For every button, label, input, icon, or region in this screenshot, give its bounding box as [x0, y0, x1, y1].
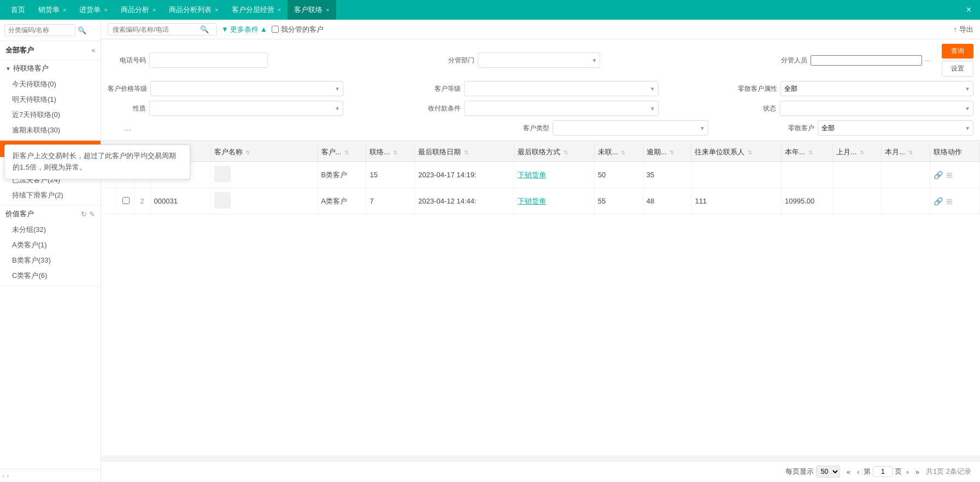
nav-next-button[interactable]: › — [904, 467, 911, 477]
filter-search-icon[interactable]: 🔍 — [200, 25, 209, 33]
sort-this-month-icon: ⇅ — [908, 149, 913, 155]
sidebar-collapse-button[interactable]: « — [91, 47, 95, 54]
filter-search-input[interactable] — [113, 26, 200, 33]
row1-last-method: 下销货单 — [514, 162, 594, 188]
col-header-uncontacted[interactable]: 未联... ⇅ — [594, 143, 643, 162]
more-conditions-button[interactable]: ▼ 更多条件 ▲ — [221, 25, 267, 34]
nav-customer-tier[interactable]: 客户分层经营 × — [225, 0, 287, 20]
filter-dept-select[interactable] — [478, 53, 600, 68]
sidebar-item-7day-contact[interactable]: 近7天待联络(0) — [0, 107, 101, 123]
filter-customer-type-select[interactable] — [553, 120, 708, 136]
filter-price-level-label: 客户价格等级 — [108, 84, 147, 94]
filter-phone-input[interactable] — [149, 53, 268, 68]
sidebar-nav-left-icon[interactable]: ‹ — [2, 472, 4, 480]
nav-prev-button[interactable]: ‹ — [855, 467, 861, 477]
filter-manager-label: 分管人员 — [769, 56, 807, 65]
nav-purchase-order[interactable]: 进货单 × — [73, 0, 114, 20]
nav-home[interactable]: 首页 — [4, 0, 32, 20]
sidebar-item-class-c[interactable]: C类客户(6) — [0, 268, 101, 283]
filter-customer-level-select[interactable] — [464, 81, 658, 96]
row1-link-icon[interactable]: 🔗 — [934, 171, 943, 179]
filter-status-select[interactable] — [779, 101, 973, 116]
tooltip-box: 距客户上次交易时长，超过了此客户的平均交易周期的1.5倍，则视为异常。 — [101, 144, 190, 179]
close-customer-tier-icon[interactable]: × — [278, 7, 281, 13]
edit-icon[interactable]: ✎ — [89, 210, 95, 218]
query-button[interactable]: 查询 — [942, 44, 973, 59]
col-header-last-contact-method[interactable]: 最后联络方式 ⇅ — [514, 143, 594, 162]
filter-icon: ▼ — [221, 25, 228, 33]
sidebar-search-input[interactable] — [4, 24, 75, 36]
row2-method-link[interactable]: 下销货单 — [518, 197, 546, 205]
col-header-name[interactable]: 客户名称 ⇅ — [210, 143, 318, 162]
settings-button[interactable]: 设置 — [942, 61, 973, 77]
status-select-wrapper: ▼ — [779, 101, 973, 116]
col-header-last-contact-date[interactable]: 最后联络日期 ⇅ — [415, 143, 514, 162]
filter-price-level-select[interactable] — [150, 81, 343, 96]
col-header-contact[interactable]: 联络... ⇅ — [366, 143, 415, 162]
sidebar-item-today-contact[interactable]: 今天待联络(0) — [0, 77, 101, 92]
sort-last-month-icon: ⇅ — [860, 149, 864, 155]
filter-search-box: 🔍 — [108, 23, 217, 36]
row1-overdue: 35 — [643, 162, 691, 188]
row1-grid-icon[interactable]: ⊞ — [946, 171, 953, 179]
col-header-last-month[interactable]: 上月... ⇅ — [833, 143, 882, 162]
table-row: 1 000039 B类客户 15 2023-04-17 14:19: 下销货单 … — [101, 162, 980, 188]
sidebar-item-overdue-contact[interactable]: 逾期未联络(30) — [0, 123, 101, 138]
row2-link-icon[interactable]: 🔗 — [934, 197, 943, 206]
filter-gender-select[interactable] — [149, 101, 343, 116]
nav-last-button[interactable]: » — [913, 467, 922, 477]
close-customer-contact-icon[interactable]: × — [326, 7, 329, 13]
row2-checkbox[interactable] — [122, 197, 130, 204]
manager-ellipsis-button[interactable]: ··· — [922, 56, 933, 65]
export-button[interactable]: ↑ 导出 — [954, 25, 974, 34]
sidebar-item-tomorrow-contact[interactable]: 明天待联络(1) — [0, 92, 101, 107]
advanced-filter-panel: 电话号码 分管部门 ▼ 分管人员 — [101, 39, 980, 141]
col-header-unit-contact[interactable]: 往来单位联系人 ⇅ — [691, 143, 782, 162]
sidebar-item-class-a[interactable]: A类客户(1) — [0, 237, 101, 253]
close-product-analysis-icon[interactable]: × — [152, 7, 156, 13]
close-purchase-order-icon[interactable]: × — [104, 7, 107, 13]
page-number-input[interactable] — [873, 466, 893, 477]
col-header-this-year[interactable]: 本年... ⇅ — [782, 143, 833, 162]
close-product-list-icon[interactable]: × — [215, 7, 218, 13]
per-page-select[interactable]: 50 — [816, 466, 840, 478]
row1-name — [210, 162, 318, 188]
nav-product-analysis-list[interactable]: 商品分析列表 × — [162, 0, 225, 20]
filter-payment-select[interactable] — [464, 101, 658, 116]
col-header-overdue[interactable]: 逾期... ⇅ — [643, 143, 691, 162]
sidebar-item-unclassified[interactable]: 未分组(32) — [0, 222, 101, 237]
pending-section-label: 待联络客户 — [13, 63, 49, 73]
sidebar-item-class-b[interactable]: B类客户(33) — [0, 253, 101, 268]
value-customer-group: 价值客户 ↻ ✎ 未分组(32) A类客户(1) B类客户(33) C类客户(6… — [0, 206, 101, 286]
row2-num: 2 — [134, 188, 150, 214]
row2-last-date: 2023-04-12 14:44: — [415, 188, 514, 214]
col-header-this-month[interactable]: 本月... ⇅ — [882, 143, 930, 162]
row2-check[interactable] — [118, 188, 134, 214]
filter-customer-type-field: 客户类型 ▼ — [511, 120, 708, 136]
sidebar-nav-right-icon[interactable]: › — [7, 472, 9, 480]
nav-product-analysis[interactable]: 商品分析 × — [114, 0, 162, 20]
horizontal-scrollbar[interactable] — [101, 455, 980, 461]
filter-manager-input[interactable] — [811, 55, 922, 66]
total-pages-label: 页 — [895, 467, 902, 477]
nav-customer-contact[interactable]: 客户联络 × — [287, 0, 336, 20]
filter-payment-field: 收付款条件 ▼ — [422, 101, 658, 116]
my-customers-checkbox[interactable] — [272, 26, 279, 33]
row2-grid-icon[interactable]: ⊞ — [946, 197, 953, 206]
sidebar-search-icon[interactable]: 🔍 — [78, 26, 86, 34]
row1-method-link[interactable]: 下销货单 — [518, 171, 546, 179]
filter-retail-customer-select[interactable]: 全部 — [818, 120, 973, 136]
nav-sales-order[interactable]: 销货单 × — [32, 0, 73, 20]
more-fields-button[interactable]: ... — [122, 123, 133, 133]
window-close-button[interactable]: × — [962, 5, 976, 15]
filter-retail-attr-select[interactable]: 全部 — [781, 81, 973, 96]
sort-name-icon: ⇅ — [245, 149, 250, 155]
refresh-icon[interactable]: ↻ — [81, 210, 87, 218]
nav-first-button[interactable]: « — [844, 467, 853, 477]
row2-this-month — [882, 188, 930, 214]
col-header-level[interactable]: 客户... ⇅ — [318, 143, 366, 162]
sidebar-item-declining[interactable]: 持续下滑客户(2) — [0, 188, 101, 203]
close-sales-order-icon[interactable]: × — [63, 7, 66, 13]
pending-section-title[interactable]: ▼ 待联络客户 — [0, 60, 101, 77]
total-records-label: 共1页 2条记录 — [926, 467, 971, 477]
